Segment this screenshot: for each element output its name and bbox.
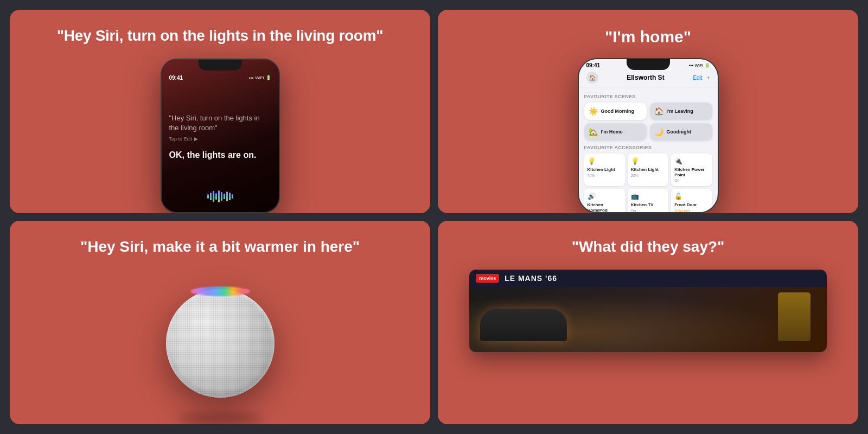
powerpoint-name: Kitchen Power Point (674, 167, 709, 177)
homepod-body (166, 289, 275, 398)
siri-query-text: "Hey Siri, turn on the lights in the liv… (169, 113, 271, 133)
homepod-siri-ring (190, 286, 250, 296)
status-bar: 09:41 ▪▪▪ WiFi 🔋 (169, 75, 271, 81)
im-home-icon: 🏡 (589, 127, 598, 136)
wave-bar (229, 193, 231, 200)
wave-bar (207, 194, 209, 199)
siri-text-area: "Hey Siri, turn on the lights in the liv… (169, 85, 271, 188)
iphone-volume-down (161, 119, 162, 135)
wifi-icon: WiFi (256, 75, 264, 80)
scene-im-home[interactable]: 🏡 I'm Home (584, 123, 647, 141)
panel1-quote: "Hey Siri, turn on the lights in the liv… (35, 26, 405, 46)
home-content: Favourite Scenes ☀️ Good Morning 🏠 I'm L… (579, 87, 718, 212)
siri-wave (207, 190, 233, 202)
iphone-volume-down-2 (578, 119, 579, 134)
homepod-shadow (177, 414, 264, 424)
kitchen-light-1-status: 70% (588, 174, 622, 177)
accessory-kitchen-light-2[interactable]: 💡 Kitchen Light 20% (628, 154, 668, 186)
home-status-time: 09:41 (586, 62, 601, 68)
movie-header: movies LE MANS '66 (469, 270, 827, 287)
iphone-screen-siri: 09:41 ▪▪▪ WiFi 🔋 "Hey Siri, turn on the … (162, 60, 279, 212)
panel-siri-warmer: "Hey Siri, make it a bit warmer in here" (10, 221, 430, 424)
iphone-side-button (279, 103, 280, 125)
wave-bar (224, 194, 225, 199)
wave-bar (221, 192, 222, 201)
siri-wave-container (169, 188, 271, 205)
iphone-screen-home: 09:41 ▪▪▪ WiFi 🔋 🏠 Ellsworth St Edit + F… (579, 59, 718, 212)
im-home-label: I'm Home (601, 129, 623, 135)
kitchen-light-2-icon: 💡 (631, 157, 665, 165)
siri-response: OK, the lights are on. (169, 150, 271, 160)
scenes-grid: ☀️ Good Morning 🏠 I'm Leaving 🏡 I'm Home… (584, 103, 712, 141)
edit-button[interactable]: Edit (693, 75, 702, 81)
panel3-quote: "Hey Siri, make it a bit warmer in here" (59, 237, 381, 257)
goodnight-label: Goodnight (667, 129, 691, 135)
accessory-kitchen-light-1[interactable]: 💡 Kitchen Light 70% (584, 154, 625, 186)
favourite-scenes-title: Favourite Scenes (584, 94, 712, 99)
good-morning-icon: ☀️ (589, 107, 598, 116)
homepod-mini (161, 289, 280, 409)
kitchen-light-2-status: 20% (631, 174, 665, 177)
tap-to-edit[interactable]: Tap to Edit ▶ (169, 136, 271, 142)
favourite-accessories-title: Favourite Accessories (584, 145, 712, 150)
powerpoint-status: On (674, 178, 709, 182)
accessory-front-door[interactable]: 🔓 Front Door Unlocked (671, 189, 712, 212)
homepod-icon: 🔊 (588, 193, 622, 200)
home-signal-icon: ▪▪▪ (689, 63, 694, 68)
scene-im-leaving[interactable]: 🏠 I'm Leaving (650, 103, 712, 120)
wave-bar (210, 193, 212, 200)
panel2-quote: "I'm home" (583, 26, 713, 47)
home-nav-actions: Edit + (693, 75, 710, 81)
wave-bar (215, 193, 217, 200)
kitchen-tv-icon: 📺 (631, 193, 665, 200)
im-leaving-icon: 🏠 (654, 107, 663, 116)
home-location: Ellsworth St (627, 74, 664, 81)
home-nav-bar: 🏠 Ellsworth St Edit + (579, 68, 718, 87)
accessory-homepod[interactable]: 🔊 Kitchen HomePod Playing (584, 189, 625, 212)
battery-icon: 🔋 (266, 75, 271, 80)
front-door-name: Front Door (674, 202, 709, 208)
movie-screen: movies LE MANS '66 (469, 270, 827, 352)
goodnight-icon: 🌙 (654, 127, 663, 136)
scene-goodnight[interactable]: 🌙 Goodnight (650, 123, 712, 141)
movie-person (778, 292, 810, 341)
front-door-icon: 🔓 (674, 193, 709, 200)
kitchen-tv-name: Kitchen TV (631, 202, 665, 208)
tap-edit-icon: ▶ (194, 136, 198, 142)
wave-bar (226, 192, 228, 201)
home-icon[interactable]: 🏠 (586, 72, 598, 84)
homepod-name: Kitchen HomePod (588, 202, 622, 212)
wave-bar (213, 191, 214, 202)
signal-icon: ▪▪▪ (249, 75, 254, 80)
accessories-grid: 💡 Kitchen Light 70% 💡 Kitchen Light 20% … (584, 154, 712, 212)
powerpoint-icon: 🔌 (674, 157, 709, 165)
iphone-volume-up-2 (578, 97, 579, 112)
accessory-kitchen-tv[interactable]: 📺 Kitchen TV On (628, 189, 668, 212)
panel-siri-lights: "Hey Siri, turn on the lights in the liv… (10, 10, 430, 213)
kitchen-light-1-name: Kitchen Light (588, 167, 622, 173)
add-button[interactable]: + (707, 75, 710, 81)
kitchen-light-2-name: Kitchen Light (631, 167, 665, 173)
iphone-mockup-siri: 09:41 ▪▪▪ WiFi 🔋 "Hey Siri, turn on the … (161, 59, 280, 213)
homepod-mesh (166, 289, 275, 398)
good-morning-label: Good Morning (601, 108, 634, 114)
iphone-notch-2 (627, 59, 670, 70)
movie-car (480, 309, 567, 341)
panel-im-home: "I'm home" 09:41 ▪▪▪ WiFi 🔋 🏠 Ellsworth … (438, 10, 858, 213)
movie-title: LE MANS '66 (505, 274, 557, 283)
movie-content (469, 287, 827, 352)
accessory-kitchen-powerpoint[interactable]: 🔌 Kitchen Power Point On (671, 154, 712, 186)
tap-edit-label: Tap to Edit (169, 136, 193, 142)
status-icons: ▪▪▪ WiFi 🔋 (249, 75, 271, 80)
home-status-icons: ▪▪▪ WiFi 🔋 (689, 63, 710, 68)
panel-what-did-they-say: "What did they say?" movies LE MANS '66 (438, 221, 858, 424)
kitchen-tv-status: On (631, 209, 665, 212)
kitchen-light-1-icon: 💡 (588, 157, 622, 165)
homepod-container (161, 273, 280, 424)
status-time: 09:41 (169, 75, 183, 81)
front-door-status: Unlocked (674, 209, 709, 212)
scene-good-morning[interactable]: ☀️ Good Morning (584, 103, 647, 120)
im-leaving-label: I'm Leaving (667, 108, 693, 114)
iphone-notch (199, 60, 242, 71)
wave-bar (232, 194, 233, 199)
